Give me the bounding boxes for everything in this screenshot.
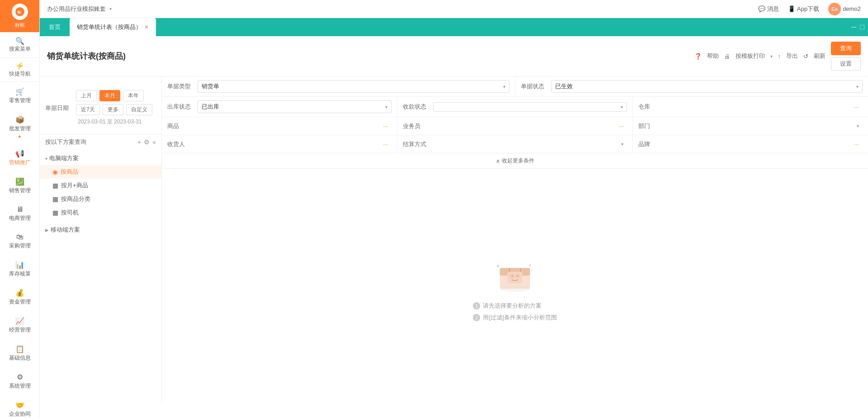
- svg-point-11: [531, 269, 533, 271]
- goods-input[interactable]: ···: [198, 121, 392, 131]
- panel-title: 按以下方案查询: [45, 138, 86, 146]
- goods-label: 商品: [167, 122, 192, 130]
- storage-input[interactable]: ···: [669, 102, 863, 112]
- date-label: 单据日期: [45, 104, 72, 112]
- svg-point-8: [511, 275, 513, 276]
- print-btn[interactable]: 🖨 按模板打印 ▾: [724, 52, 773, 60]
- sidebar-item-retail[interactable]: 🛒 零售管理: [0, 82, 39, 110]
- filter-row-2: 出库状态 已出库 ▾ 收款状态 ▾: [162, 97, 868, 117]
- message-label: 消息: [767, 5, 779, 13]
- print-arrow: ▾: [770, 54, 773, 59]
- query-button[interactable]: 查询: [831, 42, 861, 55]
- export-icon: ↑: [778, 53, 781, 60]
- user-menu[interactable]: Ea demo2: [828, 3, 861, 15]
- export-btn[interactable]: ↑ 导出: [778, 52, 798, 60]
- filter-row-1: 单据类型 销货单 ▾ 单据状态 已生效 ▾: [162, 76, 868, 97]
- salesman-input[interactable]: ···: [433, 121, 627, 131]
- date-this-month-btn[interactable]: 本月: [99, 90, 120, 101]
- purchase-icon: 🛍: [16, 233, 24, 241]
- sidebar-item-purchase[interactable]: 🛍 采购管理: [0, 228, 39, 255]
- panel-item-by-category[interactable]: ▦ 按商品分类: [40, 192, 161, 206]
- tab-bar: 首页 销货单统计表（按商品） ✕ ─ □: [40, 18, 868, 36]
- warehouse-field: 出库状态 已出库 ▾: [162, 97, 397, 117]
- print-icon: 🖨: [724, 53, 730, 60]
- date-filter-row: 单据日期 上月 本月 本年 近7天 更多 自定义 2023-03-01 至 20…: [45, 86, 156, 130]
- empty-state: 1 请先选择要分析的方案 2 用[过滤]条件来缩小分析范围: [473, 251, 557, 322]
- filter-row-4: 收货人 ··· 结算方式 ▾: [162, 135, 868, 153]
- sidebar-quicknav[interactable]: ⚡ 快捷导航: [0, 58, 39, 82]
- sidebar-item-enterprise[interactable]: 🤝 企业协同: [0, 395, 39, 418]
- warehouse-select[interactable]: 已出库 ▾: [198, 100, 392, 113]
- tab-sales-stats[interactable]: 销货单统计表（按商品） ✕: [70, 18, 156, 36]
- sidebar-item-operations[interactable]: 📈 经营管理: [0, 311, 39, 339]
- by-product-label: 按商品: [61, 168, 78, 176]
- by-month-label: 按月+商品: [61, 181, 88, 190]
- tab-close-icon[interactable]: ✕: [144, 24, 149, 30]
- brand-input[interactable]: ···: [669, 139, 863, 149]
- desktop-section-header[interactable]: ▾ 电脑端方案: [40, 152, 161, 165]
- type-label: 单据类型: [167, 82, 192, 90]
- industry-label[interactable]: 办公用品行业模拟账套: [47, 5, 106, 13]
- department-select[interactable]: ▾: [669, 122, 863, 130]
- help-btn[interactable]: ❓ 帮助: [694, 52, 719, 60]
- recipient-input[interactable]: ···: [198, 139, 392, 149]
- date-this-year-btn[interactable]: 本年: [123, 90, 144, 101]
- wholesale-icon: 📦: [15, 115, 24, 124]
- sidebar-item-sales[interactable]: 💹 销售管理: [0, 172, 39, 200]
- date-more-btn[interactable]: 更多: [103, 104, 123, 115]
- filter-grid-area: 单据类型 销货单 ▾ 单据状态 已生效 ▾: [162, 76, 868, 169]
- tab-maximize-btn[interactable]: □: [860, 23, 864, 31]
- date-7days-btn[interactable]: 近7天: [76, 104, 100, 115]
- mobile-section-header[interactable]: ▶ 移动端方案: [40, 223, 161, 237]
- settings-button[interactable]: 设置: [831, 57, 861, 71]
- industry-dropdown-arrow[interactable]: ▾: [109, 6, 112, 11]
- svg-rect-5: [507, 272, 522, 283]
- sidebar-item-inventory[interactable]: 📊 库存核算: [0, 255, 39, 283]
- tab-minimize-btn[interactable]: ─: [851, 23, 856, 31]
- mobile-section: ▶ 移动端方案: [40, 221, 161, 238]
- collapse-bar[interactable]: ∧ 收起更多条件: [162, 153, 868, 169]
- warehouse-label: 出库状态: [167, 103, 192, 111]
- recipient-field: 收货人 ···: [162, 135, 397, 153]
- settlement-arrow: ▾: [621, 142, 623, 147]
- marketing-icon: 📢: [15, 149, 24, 158]
- right-panel: 单据类型 销货单 ▾ 单据状态 已生效 ▾: [162, 76, 868, 404]
- sidebar-item-finance[interactable]: 💰 资金管理: [0, 283, 39, 311]
- panel-settings-btn[interactable]: ⚙: [144, 138, 150, 146]
- sidebar-search[interactable]: 🔍 查询 搜索菜单: [0, 32, 39, 58]
- print-label: 按模板打印: [736, 52, 765, 60]
- goods-field: 商品 ···: [162, 117, 397, 135]
- panel-item-by-product[interactable]: ◉ 按商品: [40, 165, 161, 179]
- status-select[interactable]: 已生效 ▾: [551, 80, 863, 93]
- tip-2-num: 2: [473, 314, 480, 321]
- tab-home[interactable]: 首页: [40, 18, 70, 36]
- by-category-icon: ▦: [52, 195, 58, 203]
- sidebar-item-system[interactable]: ⚙ 系统管理: [0, 367, 39, 395]
- date-last-month-btn[interactable]: 上月: [76, 90, 97, 101]
- salesman-field: 业务员 ···: [397, 117, 633, 135]
- panel-item-by-month-product[interactable]: ▦ 按月+商品: [40, 179, 161, 192]
- sidebar-item-ecommerce[interactable]: 🖥 电商管理: [0, 200, 39, 228]
- payment-arrow: ▾: [621, 104, 623, 109]
- sidebar-item-wholesale[interactable]: 📦 批发管理 ▲: [0, 110, 39, 144]
- settlement-label: 结算方式: [403, 140, 428, 148]
- message-btn[interactable]: 💬 消息: [758, 5, 779, 13]
- panel-collapse-btn[interactable]: «: [152, 138, 156, 146]
- type-select[interactable]: 销货单 ▾: [198, 80, 509, 93]
- sidebar-item-marketing[interactable]: 📢 营销推广: [0, 144, 39, 172]
- desktop-section: ▾ 电脑端方案 ◉ 按商品 ▦ 按月+商品 ▦: [40, 150, 161, 221]
- avatar: Ea: [828, 3, 841, 15]
- payment-label: 收款状态: [403, 103, 428, 111]
- date-custom-btn[interactable]: 自定义: [126, 104, 152, 115]
- desktop-section-label: 电脑端方案: [49, 154, 79, 162]
- payment-select[interactable]: ▾: [433, 102, 627, 112]
- app-download-btn[interactable]: 📱 App下载: [788, 5, 819, 13]
- panel-add-btn[interactable]: +: [137, 138, 141, 146]
- page-actions: ❓ 帮助 🖨 按模板打印 ▾ ↑ 导出 ↺ 刷新 查询: [694, 42, 861, 71]
- refresh-btn[interactable]: ↺ 刷新: [803, 52, 826, 60]
- sidebar-item-basic[interactable]: 📋 基础信息: [0, 339, 39, 367]
- refresh-label: 刷新: [814, 52, 826, 60]
- settlement-select[interactable]: ▾: [433, 140, 627, 148]
- panel-item-by-cashier[interactable]: ▦ 按司机: [40, 206, 161, 219]
- status-field: 单据状态 已生效 ▾: [515, 76, 868, 96]
